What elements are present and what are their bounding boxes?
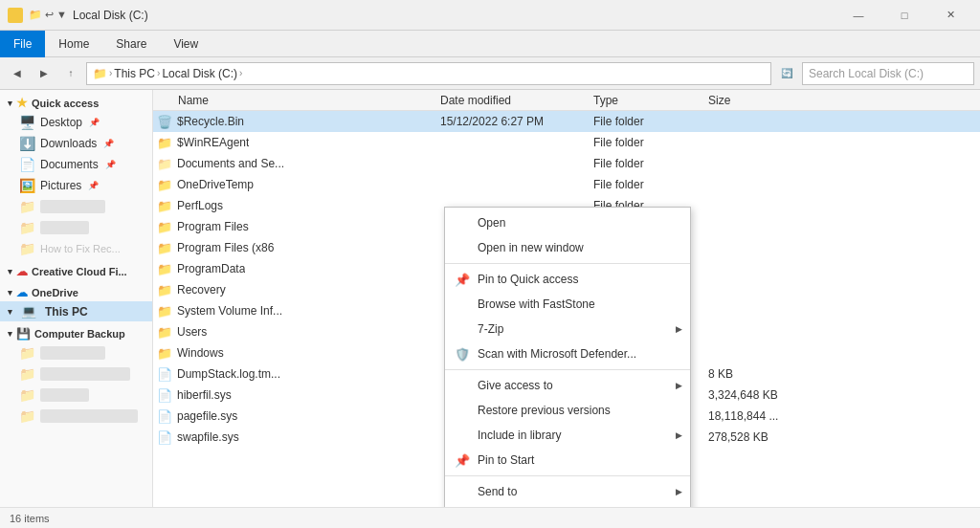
ctx-defender[interactable]: 🛡️ Scan with Microsoft Defender... — [445, 341, 690, 366]
sidebar-item-documents[interactable]: 📄 Documents 📌 — [0, 154, 152, 175]
file-name-cell: 📁 Users — [153, 325, 440, 340]
folder-icon-winre: 📁 — [157, 136, 172, 150]
ctx-browse-faststone[interactable]: Browse with FastStone — [445, 292, 690, 317]
open-icon — [455, 215, 470, 231]
ctx-restore-label: Restore previous versions — [478, 404, 675, 417]
status-bar: 16 items — [0, 507, 980, 528]
breadcrumb: 📁 › This PC › Local Disk (C:) › — [93, 67, 242, 80]
address-box[interactable]: 📁 › This PC › Local Disk (C:) › — [86, 62, 771, 85]
file-name-cell: 📁 ProgramData — [153, 262, 440, 276]
sidebar-item-backup-3[interactable]: 📁 ██████ — [0, 385, 152, 406]
sidebar-section-backup[interactable]: ▾ 💾 Computer Backup — [0, 321, 152, 342]
ctx-pin-label: Pin to Quick access — [478, 273, 675, 286]
tab-share[interactable]: Share — [102, 31, 160, 57]
pin-icon-dl: 📌 — [103, 139, 114, 148]
folder-icon-b2: 📁 — [19, 220, 35, 235]
ctx-access-arrow: ▶ — [676, 381, 682, 390]
folder-icon-b1: 📁 — [19, 199, 35, 214]
col-header-type[interactable]: Type — [593, 94, 708, 107]
col-header-date[interactable]: Date modified — [440, 94, 593, 107]
folder-icon-pd: 📁 — [157, 262, 172, 276]
folder-icon-recycle: 🗑️ — [157, 115, 172, 129]
sidebar-item-this-pc[interactable]: ▾ 💻 This PC — [0, 301, 152, 321]
ctx-sep-1 — [445, 263, 690, 264]
sidebar-item-downloads[interactable]: ⬇️ Downloads 📌 — [0, 133, 152, 154]
file-name-cell: 📁 $WinREAgent — [153, 136, 440, 150]
folder-icon-onedrivetemp: 📁 — [157, 178, 172, 192]
pin-start-icon: 📌 — [455, 452, 470, 468]
file-name-cell: 📄 DumpStack.log.tm... — [153, 367, 440, 382]
close-button[interactable]: ✕ — [928, 0, 972, 31]
tab-home[interactable]: Home — [45, 31, 102, 57]
table-row[interactable]: 🗑️ $Recycle.Bin 15/12/2022 6:27 PM File … — [153, 111, 980, 132]
forward-button[interactable]: ▶ — [33, 62, 56, 85]
open-new-icon — [455, 240, 470, 255]
ctx-pin-start-label: Pin to Start — [478, 453, 675, 467]
ctx-7zip[interactable]: 7-Zip ▶ — [445, 317, 690, 341]
pin-icon-docs: 📌 — [105, 160, 116, 169]
file-icon-swapfile: 📄 — [157, 430, 172, 445]
sidebar-item-desktop[interactable]: 🖥️ Desktop 📌 — [0, 112, 152, 133]
folder-icon-docs: 📁 — [157, 157, 172, 171]
table-row[interactable]: 📁 Documents and Se... File folder — [153, 153, 980, 174]
tab-file[interactable]: File — [0, 31, 45, 57]
ctx-restore-prev[interactable]: Restore previous versions — [445, 398, 690, 423]
sidebar-item-backup-2[interactable]: 📁 ███████████ — [0, 363, 152, 385]
downloads-folder-icon: ⬇️ — [19, 136, 35, 151]
pin-icon-pics: 📌 — [88, 181, 99, 190]
backup-folder-2: 📁 — [19, 366, 35, 382]
app-icon — [8, 8, 23, 23]
ctx-7zip-arrow: ▶ — [676, 324, 682, 334]
sidebar-item-blur1[interactable]: 📁 ████████ — [0, 196, 152, 217]
ctx-sep-3 — [445, 475, 690, 476]
window-title: Local Disk (C:) — [73, 9, 836, 22]
file-name-cell: 📄 swapfile.sys — [153, 430, 440, 445]
sidebar-section-onedrive[interactable]: ▾ ☁ OneDrive — [0, 280, 152, 301]
file-name-cell: 📁 Program Files (x86 — [153, 241, 440, 255]
maximize-button[interactable]: □ — [882, 0, 926, 31]
search-box[interactable]: Search Local Disk (C:) — [802, 62, 974, 85]
ctx-defender-label: Scan with Microsoft Defender... — [478, 347, 675, 361]
file-icon-dumpstack: 📄 — [157, 367, 172, 382]
docs-folder-icon: 📄 — [19, 157, 35, 172]
ctx-give-access-label: Give access to — [478, 379, 675, 392]
minimize-button[interactable]: — — [836, 0, 880, 31]
folder-icon-pf: 📁 — [157, 220, 172, 234]
ctx-library-label: Include in library — [478, 429, 675, 442]
ctx-pin-quick[interactable]: 📌 Pin to Quick access — [445, 267, 690, 292]
sidebar: ▾ ★ Quick access 🖥️ Desktop 📌 ⬇️ Downloa… — [0, 90, 153, 507]
folder-icon-windows: 📁 — [157, 346, 172, 361]
restore-icon — [455, 403, 470, 418]
ctx-send-to[interactable]: Send to ▶ — [445, 479, 690, 504]
sidebar-section-quick-access[interactable]: ▾ ★ Quick access — [0, 90, 152, 112]
back-button[interactable]: ◀ — [6, 62, 29, 85]
col-header-size[interactable]: Size — [708, 94, 804, 107]
creative-cloud-label: Creative Cloud Fi... — [32, 266, 127, 277]
ctx-pin-start[interactable]: 📌 Pin to Start — [445, 448, 690, 473]
ctx-give-access[interactable]: Give access to ▶ — [445, 373, 690, 398]
tab-view[interactable]: View — [160, 31, 212, 57]
sidebar-item-blur3[interactable]: 📁 How to Fix Rec... — [0, 238, 152, 259]
send-icon — [455, 484, 470, 499]
library-icon — [455, 428, 470, 443]
sidebar-section-creative[interactable]: ▾ ☁ Creative Cloud Fi... — [0, 259, 152, 280]
up-button[interactable]: ↑ — [59, 62, 82, 85]
file-name-cell: 📁 PerfLogs — [153, 199, 440, 213]
7zip-icon — [455, 321, 470, 337]
desktop-folder-icon: 🖥️ — [19, 115, 35, 130]
ctx-open-new-window[interactable]: Open in new window — [445, 235, 690, 260]
sidebar-item-blur2[interactable]: 📁 ██████ — [0, 217, 152, 238]
sidebar-item-pictures[interactable]: 🖼️ Pictures 📌 — [0, 175, 152, 196]
col-header-name[interactable]: Name — [153, 94, 440, 107]
ctx-include-library[interactable]: Include in library ▶ — [445, 423, 690, 448]
table-row[interactable]: 📁 $WinREAgent File folder — [153, 132, 980, 153]
sidebar-item-backup-4[interactable]: 📁 ████████████ — [0, 406, 152, 427]
status-text: 16 items — [10, 513, 50, 524]
address-bar-row: ◀ ▶ ↑ 📁 › This PC › Local Disk (C:) › 🔄 … — [0, 57, 980, 90]
ctx-open[interactable]: Open — [445, 210, 690, 235]
refresh-button[interactable]: 🔄 — [775, 62, 798, 85]
folder-icon-recovery: 📁 — [157, 283, 172, 297]
table-row[interactable]: 📁 OneDriveTemp File folder — [153, 174, 980, 195]
file-name-cell: 📄 hiberfil.sys — [153, 388, 440, 403]
sidebar-item-backup-1[interactable]: 📁 ████████ — [0, 342, 152, 363]
